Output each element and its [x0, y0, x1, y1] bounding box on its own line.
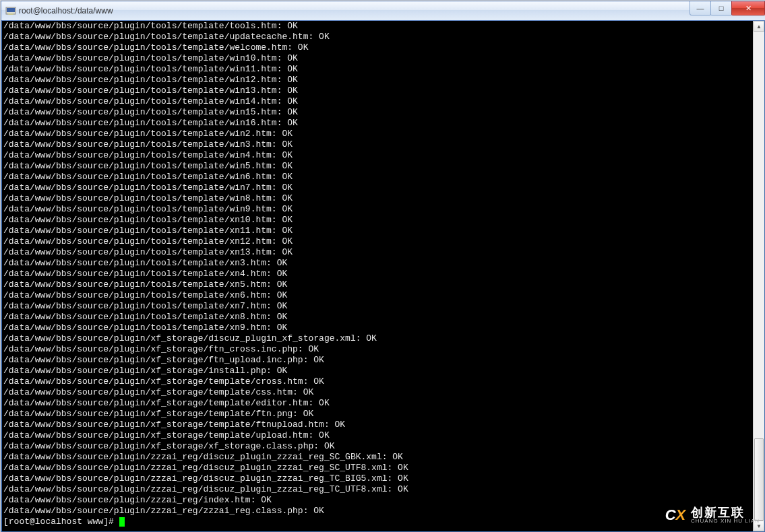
terminal-line: /data/www/bbs/source/plugin/tools/templa… — [3, 204, 754, 215]
terminal-line: /data/www/bbs/source/plugin/tools/templa… — [3, 312, 754, 323]
terminal-line: /data/www/bbs/source/plugin/tools/templa… — [3, 161, 754, 172]
terminal-line: /data/www/bbs/source/plugin/xf_storage/t… — [3, 409, 754, 420]
scroll-track[interactable] — [754, 32, 764, 521]
terminal-line: /data/www/bbs/source/plugin/zzzai_reg/in… — [3, 495, 754, 506]
terminal-line: /data/www/bbs/source/plugin/tools/templa… — [3, 107, 754, 118]
terminal-line: /data/www/bbs/source/plugin/tools/templa… — [3, 236, 754, 247]
terminal-line: /data/www/bbs/source/plugin/zzzai_reg/di… — [3, 484, 754, 495]
terminal-line: /data/www/bbs/source/plugin/tools/templa… — [3, 42, 754, 53]
terminal-line: /data/www/bbs/source/plugin/tools/templa… — [3, 32, 754, 42]
terminal-line: /data/www/bbs/source/plugin/xf_storage/t… — [3, 398, 754, 409]
svg-rect-1 — [7, 8, 15, 12]
minimize-button[interactable]: — — [690, 1, 711, 15]
terminal-line: /data/www/bbs/source/plugin/tools/templa… — [3, 172, 754, 182]
terminal-line: /data/www/bbs/source/plugin/zzzai_reg/di… — [3, 473, 754, 484]
terminal-prompt-line[interactable]: [root@localhost www]# — [3, 517, 754, 527]
terminal-line: /data/www/bbs/source/plugin/tools/templa… — [3, 258, 754, 269]
scroll-down-button[interactable]: ▼ — [754, 521, 764, 531]
terminal-line: /data/www/bbs/source/plugin/zzzai_reg/di… — [3, 452, 754, 463]
terminal-line: /data/www/bbs/source/plugin/xf_storage/i… — [3, 366, 754, 376]
terminal-line: /data/www/bbs/source/plugin/tools/templa… — [3, 139, 754, 150]
terminal-line: /data/www/bbs/source/plugin/xf_storage/t… — [3, 430, 754, 441]
terminal-line: /data/www/bbs/source/plugin/xf_storage/t… — [3, 376, 754, 387]
terminal-line: /data/www/bbs/source/plugin/zzzai_reg/zz… — [3, 506, 754, 517]
terminal-line: /data/www/bbs/source/plugin/tools/templa… — [3, 75, 754, 86]
terminal-line: /data/www/bbs/source/plugin/tools/templa… — [3, 86, 754, 96]
putty-icon — [5, 5, 16, 16]
terminal-line: /data/www/bbs/source/plugin/zzzai_reg/di… — [3, 463, 754, 473]
putty-window: root@localhost:/data/www — □ ✕ /data/www… — [1, 1, 765, 532]
terminal-line: /data/www/bbs/source/plugin/xf_storage/t… — [3, 420, 754, 430]
scrollbar[interactable]: ▲ ▼ — [753, 21, 764, 531]
terminal-line: /data/www/bbs/source/plugin/tools/templa… — [3, 323, 754, 333]
terminal-line: /data/www/bbs/source/plugin/tools/templa… — [3, 226, 754, 236]
terminal-container: /data/www/bbs/source/plugin/tools/templa… — [2, 21, 764, 531]
terminal-line: /data/www/bbs/source/plugin/tools/templa… — [3, 64, 754, 75]
terminal-line: /data/www/bbs/source/plugin/tools/templa… — [3, 21, 754, 32]
close-button[interactable]: ✕ — [731, 1, 765, 15]
terminal-line: /data/www/bbs/source/plugin/tools/templa… — [3, 53, 754, 64]
scroll-up-button[interactable]: ▲ — [754, 21, 764, 32]
terminal-line: /data/www/bbs/source/plugin/tools/templa… — [3, 118, 754, 129]
terminal-line: /data/www/bbs/source/plugin/tools/templa… — [3, 129, 754, 139]
terminal-line: /data/www/bbs/source/plugin/tools/templa… — [3, 193, 754, 204]
window-controls: — □ ✕ — [690, 1, 765, 15]
terminal-line: /data/www/bbs/source/plugin/tools/templa… — [3, 301, 754, 312]
terminal-line: /data/www/bbs/source/plugin/xf_storage/x… — [3, 441, 754, 452]
terminal-line: /data/www/bbs/source/plugin/xf_storage/d… — [3, 333, 754, 344]
terminal-line: /data/www/bbs/source/plugin/tools/templa… — [3, 215, 754, 226]
terminal-line: /data/www/bbs/source/plugin/xf_storage/f… — [3, 355, 754, 366]
terminal-line: /data/www/bbs/source/plugin/xf_storage/f… — [3, 344, 754, 355]
terminal-line: /data/www/bbs/source/plugin/tools/templa… — [3, 279, 754, 290]
terminal-line: /data/www/bbs/source/plugin/tools/templa… — [3, 269, 754, 279]
maximize-button[interactable]: □ — [710, 1, 732, 15]
terminal-line: /data/www/bbs/source/plugin/tools/templa… — [3, 150, 754, 161]
terminal-line: /data/www/bbs/source/plugin/xf_storage/t… — [3, 387, 754, 398]
cursor — [119, 517, 125, 527]
scroll-thumb[interactable] — [754, 438, 764, 521]
titlebar[interactable]: root@localhost:/data/www — □ ✕ — [1, 1, 765, 21]
terminal-line: /data/www/bbs/source/plugin/tools/templa… — [3, 290, 754, 301]
terminal-line: /data/www/bbs/source/plugin/tools/templa… — [3, 247, 754, 258]
window-title: root@localhost:/data/www — [19, 1, 690, 20]
terminal-line: /data/www/bbs/source/plugin/tools/templa… — [3, 182, 754, 193]
svg-rect-2 — [8, 13, 13, 15]
terminal-output[interactable]: /data/www/bbs/source/plugin/tools/templa… — [2, 21, 754, 531]
terminal-line: /data/www/bbs/source/plugin/tools/templa… — [3, 96, 754, 107]
